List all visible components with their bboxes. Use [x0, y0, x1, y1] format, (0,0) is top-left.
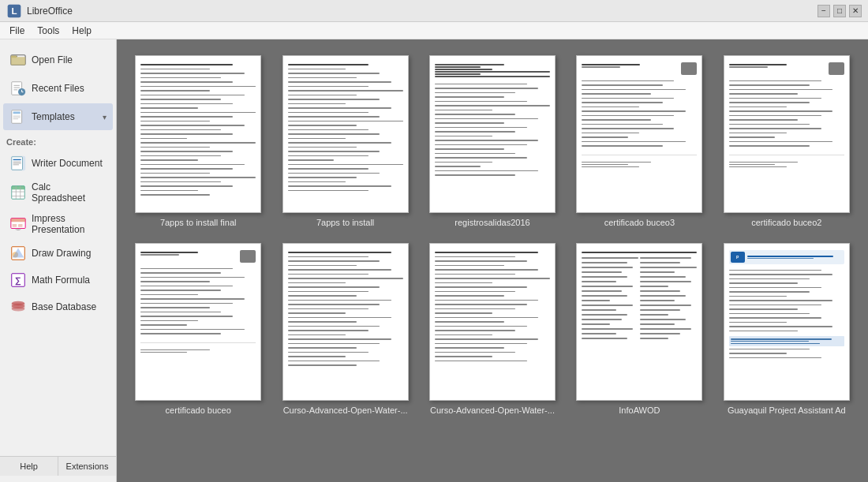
math-icon: ∑	[9, 271, 27, 289]
math-label: Math Formula	[32, 275, 90, 286]
close-button[interactable]: ✕	[849, 5, 862, 17]
file-name: Guayaquil Project Assistant Ad	[728, 405, 846, 415]
svg-rect-14	[13, 112, 21, 114]
create-math[interactable]: ∑ Math Formula	[3, 267, 113, 293]
title-bar-left: L LibreOffice	[6, 3, 73, 19]
create-calc[interactable]: Calc Spreadsheet	[3, 177, 113, 207]
title-bar: L LibreOffice − □ ✕	[0, 0, 868, 22]
menu-file[interactable]: File	[3, 24, 31, 38]
file-name: 7apps to install	[316, 218, 374, 227]
recent-files-label: Recent Files	[32, 83, 107, 94]
create-impress[interactable]: Impress Presentation	[3, 209, 113, 239]
writer-icon	[9, 155, 27, 172]
file-grid: 7apps to install final	[133, 55, 852, 415]
create-base[interactable]: Base Database	[3, 294, 113, 319]
list-item[interactable]: P	[721, 243, 852, 415]
file-thumbnail	[135, 243, 261, 401]
impress-label: Impress Presentation	[32, 213, 107, 235]
svg-point-46	[12, 307, 25, 312]
help-button[interactable]: Help	[0, 457, 58, 476]
svg-rect-5	[11, 56, 17, 58]
file-thumbnail	[576, 243, 702, 401]
file-name: InfoAWOD	[619, 405, 660, 415]
file-thumbnail	[576, 55, 702, 213]
content-area: 7apps to install final	[117, 39, 868, 482]
file-thumbnail	[282, 55, 409, 213]
templates-label: Templates	[32, 111, 98, 122]
file-thumbnail: P	[724, 243, 850, 401]
list-item[interactable]: Curso-Advanced-Open-Water-...	[427, 243, 558, 415]
create-draw[interactable]: Draw Drawing	[3, 241, 113, 266]
list-item[interactable]: 7apps to install	[279, 55, 410, 227]
menu-tools[interactable]: Tools	[31, 24, 65, 38]
app-title: LibreOffice	[27, 6, 73, 17]
file-thumbnail	[429, 55, 556, 213]
svg-text:L: L	[11, 6, 17, 16]
file-name: 7apps to install final	[160, 218, 237, 227]
extensions-button[interactable]: Extensions	[58, 457, 116, 476]
svg-text:∑: ∑	[15, 275, 21, 286]
list-item[interactable]: 7apps to install final	[133, 55, 264, 227]
window-controls: − □ ✕	[817, 5, 862, 17]
main-layout: Open File Recent Files	[0, 39, 868, 482]
file-thumbnail	[724, 55, 850, 213]
sidebar-bottom: Help Extensions	[0, 456, 116, 476]
base-icon	[9, 298, 27, 316]
base-label: Base Database	[32, 301, 96, 312]
sidebar-item-open-file[interactable]: Open File	[3, 47, 113, 73]
list-item[interactable]: certificado buceo2	[721, 55, 852, 227]
sidebar-item-recent-files[interactable]: Recent Files	[3, 75, 113, 102]
file-thumbnail	[429, 243, 556, 401]
svg-rect-33	[18, 224, 23, 227]
list-item[interactable]: Curso-Advanced-Open-Water-...	[279, 243, 410, 415]
clock-icon	[9, 80, 27, 97]
draw-label: Draw Drawing	[32, 248, 91, 259]
svg-rect-31	[11, 219, 25, 222]
file-name: Curso-Advanced-Open-Water-...	[430, 405, 555, 415]
svg-rect-32	[13, 224, 17, 227]
templates-arrow: ▾	[103, 113, 107, 121]
file-thumbnail	[135, 55, 261, 213]
create-writer[interactable]: Writer Document	[3, 151, 113, 176]
file-name: certificado buceo3	[604, 218, 675, 227]
libreoffice-logo: L	[6, 3, 22, 19]
template-icon	[9, 108, 27, 125]
list-item[interactable]: certificado buceo3	[574, 55, 705, 227]
file-name: certificado buceo2	[751, 218, 821, 227]
list-item[interactable]: registrosalidas2016	[427, 55, 558, 227]
maximize-button[interactable]: □	[833, 5, 846, 17]
draw-icon	[9, 245, 27, 262]
sidebar-item-templates[interactable]: Templates ▾	[3, 103, 113, 130]
list-item[interactable]: certificado buceo	[133, 243, 264, 415]
file-name: certificado buceo	[166, 405, 231, 415]
open-file-label: Open File	[32, 54, 107, 65]
writer-label: Writer Document	[32, 158, 103, 169]
file-thumbnail	[282, 243, 409, 401]
calc-label: Calc Spreadsheet	[32, 181, 107, 204]
impress-icon	[9, 215, 27, 233]
svg-rect-4	[11, 57, 25, 65]
menu-help[interactable]: Help	[65, 24, 98, 38]
minimize-button[interactable]: −	[817, 5, 830, 17]
svg-rect-25	[12, 186, 25, 190]
file-name: Curso-Advanced-Open-Water-...	[283, 405, 408, 415]
calc-icon	[9, 184, 27, 201]
list-item[interactable]: InfoAWOD	[574, 243, 705, 415]
folder-open-icon	[9, 51, 27, 69]
sidebar: Open File Recent Files	[0, 39, 117, 482]
create-section-label: Create:	[0, 131, 116, 150]
file-name: registrosalidas2016	[455, 218, 529, 227]
menu-bar: File Tools Help	[0, 22, 868, 39]
